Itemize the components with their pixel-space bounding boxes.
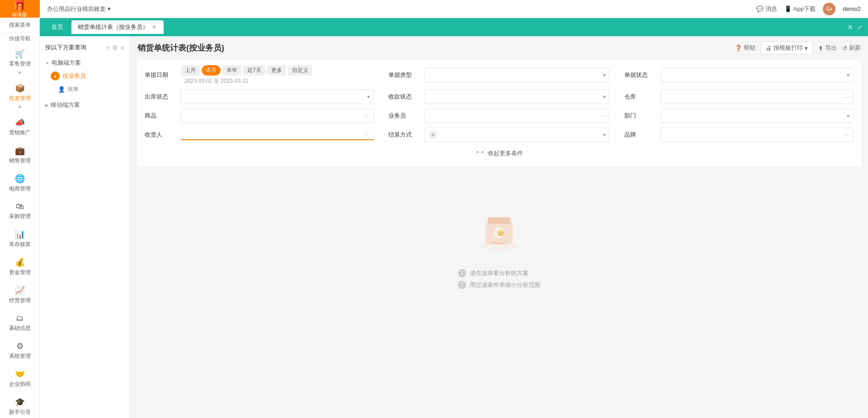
sidebar-item-sales[interactable]: 💼 销售管理 bbox=[0, 141, 40, 169]
username[interactable]: demo2 bbox=[843, 5, 861, 12]
help-btn[interactable]: ❓ 帮助 bbox=[735, 44, 755, 52]
print-icon: 🖨 bbox=[766, 45, 772, 52]
sidebar-item-inventory[interactable]: 📊 库存核算 bbox=[0, 225, 40, 253]
date-btn-last7[interactable]: 近7天 bbox=[243, 65, 265, 76]
filter-cell-out-status: 出库状态 ▾ bbox=[145, 90, 381, 104]
tab-maximize-btn[interactable]: ⤢ bbox=[857, 23, 863, 32]
sidebar-item-system[interactable]: ⚙ 系统管理 bbox=[0, 337, 40, 365]
tip-num-2: 2 bbox=[458, 281, 466, 289]
filter-cell-warehouse: 仓库 ··· bbox=[617, 90, 854, 104]
date-btn-last-month[interactable]: 上月 bbox=[181, 65, 200, 76]
doc-type-select[interactable]: ▾ bbox=[425, 68, 610, 82]
warehouse-dots: ··· bbox=[844, 92, 850, 102]
pay-status-label: 收款状态 bbox=[388, 93, 425, 101]
avatar[interactable]: Ea bbox=[823, 3, 835, 15]
left-panel-header-icons: + ⚙ « bbox=[106, 44, 124, 51]
filter-cell-doc-type: 单据类型 ▾ bbox=[381, 65, 618, 85]
topbar-right: 💬 消息 📱 App下载 Ea demo2 bbox=[756, 3, 861, 15]
finance-icon: 💰 bbox=[15, 257, 25, 267]
date-btn-more[interactable]: 更多 bbox=[267, 65, 286, 76]
plan-group-desktop-header[interactable]: ▼ 电脑端方案 bbox=[40, 57, 130, 69]
warehouse-input[interactable]: ··· bbox=[660, 90, 854, 104]
dept-select[interactable]: ▾ bbox=[660, 109, 854, 123]
filter-cell-brand: 品牌 ··· bbox=[617, 128, 854, 142]
settings-plan-icon[interactable]: ⚙ bbox=[112, 44, 118, 51]
settle-select[interactable]: ✕ ▾ bbox=[425, 128, 610, 142]
collapse-bar[interactable]: ⌃⌃ 收起更多条件 bbox=[145, 146, 854, 161]
sidebar-search-menu[interactable]: 搜索菜单 bbox=[0, 18, 40, 33]
warehouse-label: 仓库 bbox=[624, 93, 660, 101]
content-area: 按以下方案查询 + ⚙ « ▼ 电脑端方案 ● 按业务员 👤 bbox=[40, 36, 868, 418]
goods-input[interactable]: ··· bbox=[181, 109, 374, 123]
plan-group-mobile: ▶ 移动端方案 bbox=[40, 97, 130, 113]
empty-illustration: 😊 bbox=[472, 208, 526, 262]
purchase-icon: 🛍 bbox=[16, 202, 24, 211]
sidebar-item-wholesale[interactable]: 📦 批发管理 ▲ bbox=[0, 79, 40, 113]
dept-caret: ▾ bbox=[847, 113, 849, 119]
account-title: 办公用品行业模拟账套 bbox=[47, 5, 106, 13]
sidebar-quick-nav[interactable]: 快捷导航 bbox=[0, 33, 40, 44]
print-btn[interactable]: 🖨 按模板打印 ▾ bbox=[761, 42, 813, 54]
left-panel-title: 按以下方案查询 bbox=[45, 43, 86, 52]
sidebar-item-marketing[interactable]: 📣 营销推广 bbox=[0, 113, 40, 141]
right-content: 销货单统计表(按业务员) ❓ 帮助 🖨 按模板打印 ▾ ⬆ 导出 bbox=[130, 36, 868, 418]
receiver-input[interactable]: ··· bbox=[181, 130, 374, 140]
doc-status-label: 单据状态 bbox=[624, 71, 660, 79]
operation-icon: 📈 bbox=[15, 285, 25, 295]
filter-row-1: 单据日期 上月 本月 本年 近7天 更多 自定义 2023-03-01 至 20… bbox=[145, 65, 854, 85]
goods-dots: ··· bbox=[364, 111, 371, 121]
date-btn-custom[interactable]: 自定义 bbox=[288, 65, 312, 76]
staff-input[interactable]: ··· bbox=[425, 109, 610, 123]
collapse-plan-icon[interactable]: « bbox=[121, 44, 124, 51]
doc-type-label: 单据类型 bbox=[388, 71, 425, 79]
left-panel-header: 按以下方案查询 + ⚙ « bbox=[40, 40, 130, 55]
plan-group-desktop: ▼ 电脑端方案 ● 按业务员 👤 按单 bbox=[40, 55, 130, 97]
doc-status-select[interactable]: ▾ bbox=[660, 68, 854, 82]
brand-dots: ··· bbox=[844, 130, 850, 140]
svg-rect-2 bbox=[488, 217, 510, 224]
sidebar-logo[interactable]: 🎁 标准版 bbox=[0, 0, 40, 18]
brand-input[interactable]: ··· bbox=[660, 128, 854, 142]
sidebar-item-enterprise[interactable]: 🤝 企业协同 bbox=[0, 365, 40, 393]
dept-label: 部门 bbox=[624, 112, 660, 120]
plan-group-mobile-header[interactable]: ▶ 移动端方案 bbox=[40, 99, 130, 111]
receiver-dots: ··· bbox=[364, 130, 371, 139]
out-status-label: 出库状态 bbox=[145, 93, 181, 101]
sidebar-item-finance[interactable]: 💰 资金管理 bbox=[0, 253, 40, 281]
sidebar-item-purchase[interactable]: 🛍 采购管理 bbox=[0, 197, 40, 225]
tab-close-icon[interactable]: ✕ bbox=[151, 24, 157, 30]
collapse-label: 收起更多条件 bbox=[488, 149, 523, 157]
topbar: 办公用品行业模拟账套 ▾ 💬 消息 📱 App下载 Ea demo2 bbox=[40, 0, 868, 18]
plan-item-by-staff[interactable]: ● 按业务员 bbox=[40, 69, 130, 83]
account-dropdown[interactable]: 办公用品行业模拟账套 ▾ bbox=[47, 5, 111, 13]
sidebar-item-basic[interactable]: 🗂 基础信息 bbox=[0, 309, 40, 337]
enterprise-icon: 🤝 bbox=[15, 369, 25, 379]
sidebar-item-newbie[interactable]: 🎓 新手引导 bbox=[0, 393, 40, 418]
app-download-btn[interactable]: 📱 App下载 bbox=[784, 5, 816, 13]
tab-close-all-btn[interactable]: ✕ bbox=[847, 23, 853, 32]
message-btn[interactable]: 💬 消息 bbox=[756, 5, 777, 13]
filter-cell-date: 单据日期 上月 本月 本年 近7天 更多 自定义 2023-03-01 至 20… bbox=[145, 65, 381, 85]
tab-home[interactable]: 首页 bbox=[45, 20, 70, 34]
sidebar-item-ecom[interactable]: 🌐 电商管理 bbox=[0, 169, 40, 197]
settle-clear-btn[interactable]: ✕ bbox=[429, 130, 438, 139]
page-title: 销货单统计表(按业务员) bbox=[137, 43, 224, 53]
date-btn-this-month[interactable]: 本月 bbox=[202, 65, 221, 76]
refresh-btn[interactable]: ↺ 刷新 bbox=[842, 44, 861, 52]
pay-status-select[interactable]: ▾ bbox=[425, 90, 610, 104]
by-order-label: 按单 bbox=[68, 86, 79, 93]
goods-label: 商品 bbox=[145, 112, 181, 120]
by-staff-label: 按业务员 bbox=[62, 72, 86, 80]
logo-icon: 🎁 bbox=[12, 0, 27, 12]
date-btn-this-year[interactable]: 本年 bbox=[222, 65, 241, 76]
quick-nav-label: 快捷导航 bbox=[9, 35, 31, 42]
wholesale-arrow: ▲ bbox=[18, 104, 22, 109]
sales-icon: 💼 bbox=[15, 146, 25, 156]
sidebar-item-retail[interactable]: 🛒 零售管理 ▲ bbox=[0, 44, 40, 79]
sidebar-item-operation[interactable]: 📈 经营管理 bbox=[0, 281, 40, 309]
add-plan-icon[interactable]: + bbox=[106, 44, 109, 51]
tab-sales-stat[interactable]: 销货单统计表（按业务员） ✕ bbox=[71, 20, 164, 34]
out-status-select[interactable]: ▾ bbox=[181, 90, 374, 104]
plan-sub-item-by-order[interactable]: 👤 按单 bbox=[40, 83, 130, 95]
export-btn[interactable]: ⬆ 导出 bbox=[818, 44, 837, 52]
